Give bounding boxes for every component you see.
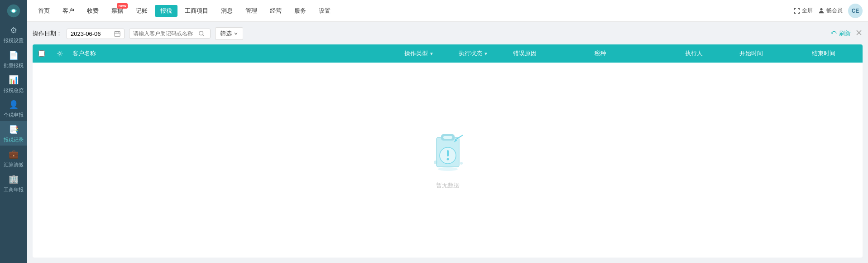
svg-point-1 — [12, 9, 15, 12]
nav-item-baoshui[interactable]: 报税 — [155, 5, 177, 17]
th-shuizhong: 税种 — [591, 49, 681, 58]
toolbar: 操作日期： 筛选 — [33, 27, 863, 40]
nav-item-gongshanxiangmu[interactable]: 工商项目 — [179, 5, 214, 17]
svg-rect-7 — [443, 136, 452, 139]
nav-item-shezhi[interactable]: 设置 — [313, 5, 336, 17]
calendar-icon — [114, 30, 120, 37]
geshuishenbao-icon: 👤 — [9, 100, 19, 110]
content-area: 操作日期： 筛选 — [27, 22, 868, 263]
gongshangnianba-icon: 🏢 — [9, 174, 19, 185]
svg-point-10 — [446, 158, 449, 161]
svg-point-13 — [438, 167, 458, 171]
sidebar-item-piliangshuishui-label: 批量报税 — [4, 62, 24, 68]
select-all-checkbox[interactable] — [38, 50, 45, 57]
chevron-down-icon — [234, 31, 238, 36]
date-picker[interactable] — [67, 29, 125, 39]
nav-item-jizhang[interactable]: 记账 — [130, 5, 153, 17]
nav-item-kehu[interactable]: 客户 — [57, 5, 80, 17]
th-zhixing-ren: 执行人 — [681, 49, 736, 58]
nav-item-shouye[interactable]: 首页 — [33, 5, 55, 17]
search-input[interactable] — [133, 30, 197, 37]
th-gear[interactable] — [51, 50, 69, 57]
sidebar-item-piliangshuishui[interactable]: 📄 批量报税 — [0, 47, 27, 72]
nav-item-piaoju[interactable]: 票据 new — [106, 5, 129, 17]
baoshuijilu-icon: 📑 — [9, 125, 19, 135]
main-area: 首页 客户 收费 票据 new 记账 报税 工商项目 消息 — [27, 0, 868, 263]
th-kaishi-shijian: 开始时间 — [736, 49, 808, 58]
empty-illustration — [427, 131, 468, 176]
sidebar-item-geshuishenbao-label: 个税申报 — [4, 112, 24, 118]
close-button[interactable] — [855, 29, 863, 38]
baoshuishezhi-icon: ⚙ — [10, 25, 17, 36]
search-box[interactable] — [129, 29, 211, 39]
sidebar-item-baoshuijilu-label: 报税记录 — [4, 136, 24, 143]
huisuanjiaona-icon: 💼 — [9, 149, 19, 160]
date-input-field[interactable] — [71, 30, 111, 37]
refresh-button[interactable]: 刷新 — [831, 29, 851, 38]
search-icon — [198, 30, 205, 37]
fullscreen-button[interactable]: 全屏 — [794, 7, 813, 15]
sidebar-item-geshuishenbao[interactable]: 👤 个税申报 — [0, 96, 27, 121]
nav-items: 首页 客户 收费 票据 new 记账 报税 工商项目 消息 — [33, 5, 794, 17]
svg-rect-2 — [115, 32, 120, 37]
svg-point-14 — [434, 161, 437, 164]
sidebar-item-baoshuijilu[interactable]: 📑 报税记录 — [0, 121, 27, 146]
sidebar-item-gongshangnianba-label: 工商年报 — [4, 186, 24, 193]
nav-item-shoufei[interactable]: 收费 — [82, 5, 104, 17]
filter-button[interactable]: 筛选 — [215, 27, 243, 40]
sidebar-item-baoshuishezhi[interactable]: ⚙ 报税设置 — [0, 22, 27, 47]
th-kehu-mingcheng: 客户名称 — [69, 49, 401, 58]
table-header: 客户名称 操作类型 ▼ 执行状态 ▼ 错误原因 税种 执行人 — [33, 44, 863, 63]
svg-point-4 — [59, 53, 61, 54]
th-caozuo-leixing[interactable]: 操作类型 ▼ — [401, 49, 455, 58]
nav-item-xiaoxi[interactable]: 消息 — [216, 5, 238, 17]
nav-item-jingying[interactable]: 经营 — [264, 5, 287, 17]
sidebar: ⚙ 报税设置 📄 批量报税 📊 报税总览 👤 个税申报 📑 报税记录 💼 汇算清… — [0, 0, 27, 263]
th-jieshu-shijian: 结束时间 — [808, 49, 863, 58]
gear-icon — [57, 50, 63, 57]
sidebar-item-baoshuizonglan[interactable]: 📊 报税总览 — [0, 71, 27, 96]
top-navigation: 首页 客户 收费 票据 new 记账 报税 工商项目 消息 — [27, 0, 868, 22]
piaoju-badge: new — [117, 3, 128, 9]
sidebar-item-baoshuizonglan-label: 报税总览 — [4, 87, 24, 93]
sidebar-item-huisuanjiaona[interactable]: 💼 汇算清缴 — [0, 146, 27, 170]
th-cuowu-yuanyin: 错误原因 — [509, 49, 591, 58]
th-checkbox[interactable] — [33, 50, 51, 57]
sort-zhixing-icon: ▼ — [484, 51, 488, 56]
sidebar-item-huisuanjiaona-label: 汇算清缴 — [4, 161, 24, 168]
sidebar-item-baoshuishezhi-label: 报税设置 — [4, 37, 24, 44]
refresh-label: 刷新 — [839, 29, 851, 38]
nav-item-guanli[interactable]: 管理 — [240, 5, 263, 17]
user-avatar[interactable]: CE — [848, 4, 863, 18]
sidebar-logo — [0, 0, 27, 22]
empty-state: 暂无数据 — [33, 63, 863, 258]
data-table: 客户名称 操作类型 ▼ 执行状态 ▼ 错误原因 税种 执行人 — [33, 44, 863, 258]
filter-label: 筛选 — [220, 29, 232, 38]
refresh-icon — [831, 30, 837, 37]
date-label: 操作日期： — [33, 29, 62, 38]
th-zhixing-zhuangtai[interactable]: 执行状态 ▼ — [455, 49, 509, 58]
svg-rect-9 — [447, 150, 449, 156]
fullscreen-icon — [794, 8, 800, 14]
empty-text: 暂无数据 — [436, 181, 460, 190]
svg-point-3 — [199, 31, 203, 35]
piliangshuishui-icon: 📄 — [9, 50, 19, 61]
baoshuizonglan-icon: 📊 — [9, 75, 19, 85]
sort-caozuo-icon: ▼ — [429, 51, 434, 56]
member-icon — [818, 8, 825, 14]
sidebar-item-gongshangnianba[interactable]: 🏢 工商年报 — [0, 170, 27, 195]
svg-point-15 — [460, 162, 463, 165]
nav-item-fuwu[interactable]: 服务 — [289, 5, 312, 17]
nav-right-actions: 全屏 畅会员 CE — [794, 4, 863, 18]
member-button[interactable]: 畅会员 — [818, 7, 843, 15]
close-icon — [855, 29, 863, 36]
